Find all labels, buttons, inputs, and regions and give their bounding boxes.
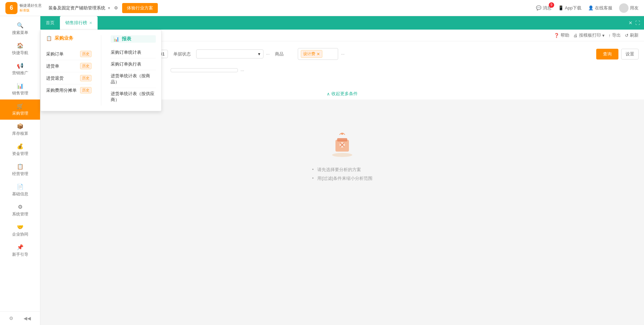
stock-in-stat-goods-item[interactable]: 进货单统计表（按商品） <box>111 70 156 88</box>
query-button[interactable]: 查询 <box>596 49 618 59</box>
system-icon: ⚙ <box>18 204 23 210</box>
message-icon: 💬 <box>536 5 541 10</box>
goods-tag-close[interactable]: ✕ <box>317 52 320 56</box>
sales-icon: 📊 <box>17 83 24 89</box>
sidebar-item-inventory[interactable]: 📦 库存核算 <box>0 120 40 140</box>
goods-input[interactable]: 设计费 ✕ <box>298 48 338 60</box>
purchase-expense-item[interactable]: 采购费用分摊单 历史 <box>46 84 92 96</box>
tab-close-all-icon[interactable]: ✕ <box>629 20 633 26</box>
refresh-icon: ↺ <box>625 33 629 38</box>
status-chevron-icon: ▾ <box>258 51 260 56</box>
operations-icon: 📋 <box>17 163 24 170</box>
empty-tip-2: 用[过滤]条件来缩小分析范围 <box>312 174 372 183</box>
goods-tag: 设计费 ✕ <box>301 50 322 58</box>
sidebar: 🔍 搜索菜单 🏠 快捷导航 📢 营销推广 📊 销售管理 🛒 采购管理 📦 库存核… <box>0 16 40 325</box>
sidebar-item-enterprise[interactable]: 🤝 企业协同 <box>0 220 40 241</box>
tab-close-icon[interactable]: ✕ <box>89 21 92 25</box>
filter-settings-button[interactable]: 设置 <box>621 49 639 59</box>
status-input[interactable]: ▾ <box>196 49 263 58</box>
logo-icon: 6 <box>5 2 17 14</box>
message-badge: 9 <box>549 2 554 8</box>
base-icon: 📄 <box>17 184 24 190</box>
system-title-chevron[interactable]: ▾ <box>108 6 110 10</box>
tab-bar: 首页 销售排行榜 ✕ ✕ ⛶ <box>40 16 644 30</box>
svg-point-0 <box>332 153 352 157</box>
sidebar-item-base[interactable]: 📄 基础信息 <box>0 180 40 200</box>
svg-rect-2 <box>337 138 347 141</box>
help-button[interactable]: ❓ 帮助 <box>554 32 569 38</box>
print-button[interactable]: 🖨 按模板打印 ▾ <box>573 32 605 38</box>
purchase-order-item[interactable]: 采购订单 历史 <box>46 48 92 60</box>
sidebar-item-system[interactable]: ⚙ 系统管理 <box>0 200 40 220</box>
purchase-business-title: 📋 采购业务 <box>46 35 92 44</box>
print-icon: 🖨 <box>573 33 578 38</box>
sidebar-item-operations[interactable]: 📋 经营管理 <box>0 160 40 180</box>
sidebar-item-nav[interactable]: 🏠 快捷导航 <box>0 39 40 59</box>
system-title: 装备及固定资产辅助管理系统 ▾ ⚙ <box>48 5 118 11</box>
marketing-icon: 📢 <box>17 63 24 69</box>
print-chevron-icon: ▾ <box>602 33 605 38</box>
sidebar-footer: ⚙ ◀◀ <box>0 311 40 325</box>
system-settings-icon[interactable]: ⚙ <box>114 5 118 10</box>
guide-icon: 📌 <box>17 244 24 250</box>
export-button[interactable]: ↑ 导出 <box>609 32 621 38</box>
top-header: 6 畅捷通好生意 标准版 装备及固定资产辅助管理系统 ▾ ⚙ 体验行业方案 💬 … <box>0 0 644 16</box>
user-button[interactable]: 用友 <box>619 3 639 13</box>
empty-tips: 请先选择要分析的方案 用[过滤]条件来缩小分析范围 <box>312 165 372 183</box>
stock-return-history-tag: 历史 <box>80 75 92 81</box>
report-title: 📊 报表 <box>111 35 156 43</box>
status-filter-cell: 单据状态 ▾ ··· <box>173 49 270 58</box>
stock-return-item[interactable]: 进货退货 历史 <box>46 72 92 84</box>
purchase-order-exec-item[interactable]: 采购订单执行表 <box>111 58 156 70</box>
salesperson-filter-cell: 业务员 ··· <box>148 67 244 73</box>
sidebar-item-sales[interactable]: 📊 销售管理 <box>0 79 40 99</box>
sidebar-collapse-button[interactable]: ◀◀ <box>24 316 31 321</box>
inventory-icon: 📦 <box>17 123 24 129</box>
sidebar-item-search[interactable]: 🔍 搜索菜单 <box>0 19 40 39</box>
trial-button[interactable]: 体验行业方案 <box>122 3 158 13</box>
purchase-dropdown: 📋 采购业务 采购订单 历史 进货单 历史 进货退货 历史 采购费用分摊单 历史… <box>40 30 162 111</box>
sidebar-item-purchase[interactable]: 🛒 采购管理 <box>0 99 40 120</box>
purchase-order-history-tag: 历史 <box>80 51 92 57</box>
logo-text: 畅捷通好生意 <box>20 3 42 8</box>
tab-sales-rank[interactable]: 销售排行榜 ✕ <box>60 16 98 30</box>
purchase-business-section: 📋 采购业务 采购订单 历史 进货单 历史 进货退货 历史 采购费用分摊单 历史 <box>46 35 92 106</box>
search-icon: 🔍 <box>17 22 24 29</box>
stock-in-item[interactable]: 进货单 历史 <box>46 60 92 72</box>
tab-home[interactable]: 首页 <box>40 16 60 30</box>
purchase-order-stat-item[interactable]: 采购订单统计表 <box>111 47 156 58</box>
stock-in-stat-supplier-item[interactable]: 进货单统计表（按供应商） <box>111 88 156 106</box>
header-right: 💬 消息 9 📱 App下载 👤 在线客服 用友 <box>536 3 639 13</box>
app-download-button[interactable]: 📱 App下载 <box>558 5 581 11</box>
goods-label: 商品 <box>275 51 295 57</box>
status-dots[interactable]: ··· <box>266 51 270 56</box>
sidebar-settings-button[interactable]: ⚙ <box>9 316 13 321</box>
home-icon: 🏠 <box>17 42 24 49</box>
tab-expand-icon[interactable]: ⛶ <box>635 20 640 26</box>
refresh-button[interactable]: ↺ 刷新 <box>625 32 639 38</box>
message-button[interactable]: 💬 消息 9 <box>536 5 551 11</box>
help-icon: ❓ <box>554 33 559 38</box>
salesperson-dots[interactable]: ··· <box>241 68 244 73</box>
sidebar-item-finance[interactable]: 💰 资金管理 <box>0 140 40 160</box>
empty-icon <box>325 126 359 160</box>
status-label: 单据状态 <box>173 51 193 57</box>
empty-state: 请先选择要分析的方案 用[过滤]条件来缩小分析范围 <box>40 99 644 210</box>
stock-in-history-tag: 历史 <box>80 63 92 69</box>
dropdown-divider <box>101 35 101 106</box>
online-service-button[interactable]: 👤 在线客服 <box>588 5 612 11</box>
collapse-button[interactable]: ∧ 收起更多条件 <box>327 91 358 97</box>
salesperson-input[interactable] <box>171 68 238 72</box>
sidebar-item-marketing[interactable]: 📢 营销推广 <box>0 59 40 79</box>
goods-dots[interactable]: ··· <box>341 51 345 56</box>
collapse-up-icon: ∧ <box>327 91 330 96</box>
enterprise-icon: 🤝 <box>17 224 24 230</box>
user-avatar <box>619 3 629 13</box>
export-icon: ↑ <box>609 33 611 38</box>
purchase-business-icon: 📋 <box>46 36 52 41</box>
sidebar-item-guide[interactable]: 📌 新手引导 <box>0 241 40 261</box>
purchase-icon: 🛒 <box>17 103 24 109</box>
report-icon: 📊 <box>113 36 119 42</box>
logo-badge: 标准版 <box>20 8 42 13</box>
report-section: 📊 报表 采购订单统计表 采购订单执行表 进货单统计表（按商品） 进货单统计表（… <box>111 35 156 106</box>
